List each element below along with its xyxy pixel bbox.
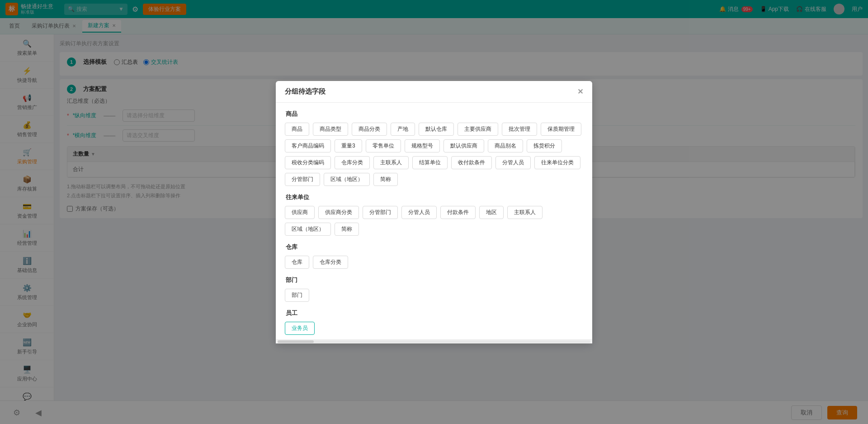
modal-overlay: 分组待选字段 ✕ 商品 商品 商品类型 商品分类 产地 默认仓库 主要供应商 批… <box>0 0 868 424</box>
section-title-product: 商品 <box>285 110 583 118</box>
field-tag[interactable]: 区域（地区） <box>324 173 370 186</box>
field-tag[interactable]: 重量3 <box>335 139 362 152</box>
field-tag[interactable]: 结算单位 <box>412 156 448 169</box>
field-tags-warehouse: 仓库 仓库分类 <box>285 256 583 269</box>
field-tag[interactable]: 供应商分类 <box>318 206 359 219</box>
modal-close-button[interactable]: ✕ <box>577 87 583 96</box>
field-tag[interactable]: 批次管理 <box>502 123 537 136</box>
field-tag[interactable]: 业务员 <box>285 322 315 335</box>
field-tag[interactable]: 分管部门 <box>363 206 398 219</box>
field-tag[interactable]: 往来单位分类 <box>534 156 580 169</box>
section-title-department: 部门 <box>285 276 583 284</box>
section-title-warehouse: 仓库 <box>285 243 583 251</box>
field-tag[interactable]: 客户商品编码 <box>285 139 331 152</box>
field-tag[interactable]: 分管人员 <box>495 156 531 169</box>
modal-header: 分组待选字段 ✕ <box>276 81 592 103</box>
field-tag[interactable]: 部门 <box>285 289 309 302</box>
section-title-partner: 往来单位 <box>285 193 583 201</box>
field-tag[interactable]: 仓库 <box>285 256 309 269</box>
field-tag[interactable]: 主要供应商 <box>458 123 498 136</box>
field-tag[interactable]: 税收分类编码 <box>285 156 331 169</box>
field-tag[interactable]: 商品别名 <box>488 139 523 152</box>
field-tag[interactable]: 产地 <box>391 123 415 136</box>
field-tag[interactable]: 分管部门 <box>285 173 320 186</box>
field-tag[interactable]: 商品类型 <box>313 123 348 136</box>
field-tag[interactable]: 零售单位 <box>366 139 401 152</box>
field-tag[interactable]: 商品 <box>285 123 309 136</box>
field-tag[interactable]: 收付款条件 <box>451 156 492 169</box>
field-tags-department: 部门 <box>285 289 583 302</box>
modal-title: 分组待选字段 <box>285 87 326 96</box>
section-title-employee: 员工 <box>285 309 583 317</box>
section-department: 部门 部门 <box>285 276 583 302</box>
field-tag[interactable]: 默认供应商 <box>443 139 484 152</box>
field-tag[interactable]: 简称 <box>335 223 359 236</box>
field-tag[interactable]: 仓库分类 <box>335 156 370 169</box>
modal-horizontal-scrollbar[interactable] <box>276 339 592 343</box>
modal-dialog: 分组待选字段 ✕ 商品 商品 商品类型 商品分类 产地 默认仓库 主要供应商 批… <box>276 81 592 343</box>
field-tag[interactable]: 商品分类 <box>352 123 387 136</box>
field-tag[interactable]: 规格型号 <box>405 139 440 152</box>
field-tags-partner: 供应商 供应商分类 分管部门 分管人员 付款条件 地区 主联系人 区域（地区） … <box>285 206 583 236</box>
field-tags-product: 商品 商品类型 商品分类 产地 默认仓库 主要供应商 批次管理 保质期管理 客户… <box>285 123 583 186</box>
modal-body: 商品 商品 商品类型 商品分类 产地 默认仓库 主要供应商 批次管理 保质期管理… <box>276 103 592 340</box>
field-tag[interactable]: 主联系人 <box>507 206 542 219</box>
field-tag[interactable]: 仓库分类 <box>313 256 348 269</box>
field-tag[interactable]: 主联系人 <box>373 156 409 169</box>
field-tags-employee: 业务员 <box>285 322 583 335</box>
field-tag[interactable]: 拣货积分 <box>527 139 562 152</box>
field-tag[interactable]: 简称 <box>373 173 398 186</box>
section-warehouse: 仓库 仓库 仓库分类 <box>285 243 583 269</box>
field-tag[interactable]: 分管人员 <box>401 206 437 219</box>
section-employee: 员工 业务员 <box>285 309 583 335</box>
field-tag[interactable]: 区域（地区） <box>285 223 331 236</box>
field-tag[interactable]: 地区 <box>479 206 504 219</box>
field-tag[interactable]: 保质期管理 <box>541 123 581 136</box>
section-product: 商品 商品 商品类型 商品分类 产地 默认仓库 主要供应商 批次管理 保质期管理… <box>285 110 583 186</box>
field-tag[interactable]: 供应商 <box>285 206 315 219</box>
field-tag[interactable]: 付款条件 <box>440 206 476 219</box>
section-partner: 往来单位 供应商 供应商分类 分管部门 分管人员 付款条件 地区 主联系人 区域… <box>285 193 583 236</box>
field-tag[interactable]: 默认仓库 <box>419 123 454 136</box>
